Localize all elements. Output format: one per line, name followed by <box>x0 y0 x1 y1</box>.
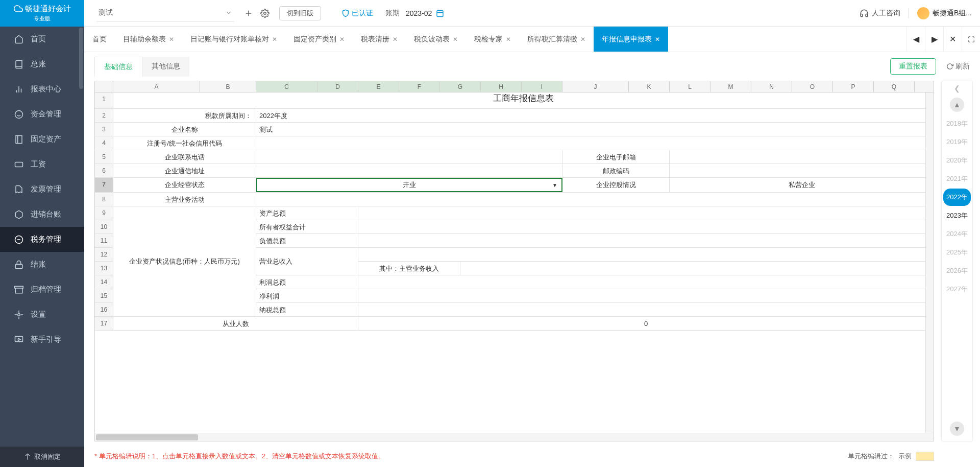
col-header[interactable]: Q <box>874 81 915 92</box>
col-header[interactable]: A <box>113 81 200 92</box>
subtab-other[interactable]: 其他信息 <box>142 57 189 77</box>
calendar-icon[interactable] <box>436 9 444 17</box>
close-icon[interactable]: ✕ <box>393 36 398 43</box>
v-scrollbar[interactable] <box>925 92 934 433</box>
row-header[interactable]: 3 <box>95 123 113 136</box>
row-header[interactable]: 7 <box>95 178 113 192</box>
cell-label[interactable]: 负债总额 <box>256 234 358 247</box>
sidebar-item-archive[interactable]: 归档管理 <box>0 277 84 302</box>
col-header[interactable]: I <box>522 81 562 92</box>
cell[interactable] <box>460 262 934 275</box>
tab-tax-register[interactable]: 税表清册✕ <box>353 27 406 52</box>
cell[interactable] <box>562 123 934 136</box>
cell-label[interactable]: 企业电子邮箱 <box>562 150 670 164</box>
consult-button[interactable]: 人工咨询 <box>860 9 900 18</box>
close-icon[interactable]: ✕ <box>339 36 345 43</box>
col-header[interactable]: H <box>481 81 522 92</box>
cell-label[interactable]: 企业控股情况 <box>562 178 670 192</box>
row-header[interactable]: 11 <box>95 234 113 248</box>
sidebar-scrollbar[interactable] <box>79 28 83 89</box>
sidebar-item-closing[interactable]: 结账 <box>0 252 84 277</box>
tab-bank-recon[interactable]: 日记账与银行对账单核对✕ <box>182 27 285 52</box>
row-header[interactable]: 4 <box>95 136 113 150</box>
cell[interactable]: 私营企业 <box>670 178 934 192</box>
reset-button[interactable]: 重置报表 <box>890 58 936 75</box>
cell[interactable] <box>358 234 934 247</box>
cell-label[interactable]: 净利润 <box>256 289 358 302</box>
sidebar-item-salary[interactable]: 工资 <box>0 152 84 177</box>
refresh-button[interactable]: 刷新 <box>946 62 970 71</box>
cell[interactable] <box>256 193 562 206</box>
asset-group-label[interactable]: 企业资产状况信息(币种：人民币万元) <box>113 206 256 317</box>
col-header[interactable]: L <box>670 81 710 92</box>
close-icon[interactable]: ✕ <box>580 36 585 43</box>
cell[interactable] <box>562 193 934 206</box>
col-header[interactable]: P <box>833 81 874 92</box>
cell-label[interactable]: 营业总收入 <box>256 248 358 275</box>
year-option[interactable]: 2026年 <box>943 262 971 279</box>
cell[interactable] <box>358 275 934 289</box>
add-button[interactable] <box>240 5 257 21</box>
year-option[interactable]: 2024年 <box>943 225 971 243</box>
tab-tax-expert[interactable]: 税检专家✕ <box>466 27 519 52</box>
row-header[interactable]: 10 <box>95 220 113 234</box>
sidebar-item-guide[interactable]: 新手引导 <box>0 327 84 352</box>
cell-label[interactable]: 从业人数 <box>113 317 358 330</box>
collapse-icon[interactable]: ❮ <box>954 84 960 92</box>
col-header[interactable]: B <box>200 81 256 92</box>
year-option[interactable]: 2020年 <box>943 152 971 169</box>
sidebar-item-invoice[interactable]: 发票管理 <box>0 177 84 202</box>
row-header[interactable]: 15 <box>95 289 113 303</box>
status-dropdown[interactable]: 开业▼ <box>256 178 562 192</box>
cell-label[interactable]: 企业联系电话 <box>113 150 256 164</box>
sidebar-item-assets[interactable]: 固定资产 <box>0 127 84 152</box>
cell[interactable]: 2022年度 <box>256 109 562 122</box>
cell-label[interactable]: 企业名称 <box>113 123 256 136</box>
col-header[interactable]: N <box>751 81 792 92</box>
tab-income-tax[interactable]: 所得税汇算清缴✕ <box>519 27 594 52</box>
settings-button[interactable] <box>257 5 273 21</box>
row-header[interactable]: 8 <box>95 193 113 206</box>
col-header[interactable]: E <box>358 81 399 92</box>
tab-tax-fluctuation[interactable]: 税负波动表✕ <box>406 27 466 52</box>
cell-label[interactable]: 税款所属期间： <box>113 109 256 122</box>
cell[interactable] <box>358 248 934 262</box>
sidebar-item-funds[interactable]: 资金管理 <box>0 102 84 127</box>
cell[interactable]: 0 <box>358 317 934 330</box>
cell[interactable] <box>670 150 934 164</box>
close-icon[interactable]: ✕ <box>655 36 660 43</box>
period-value[interactable]: 2023-02 <box>406 9 432 17</box>
row-header[interactable]: 12 <box>95 248 113 262</box>
year-option[interactable]: 2018年 <box>943 115 971 132</box>
row-header[interactable]: 14 <box>95 275 113 289</box>
tabs-close-all[interactable]: ✕ <box>943 27 962 52</box>
col-header[interactable]: O <box>792 81 833 92</box>
col-header[interactable]: G <box>440 81 481 92</box>
cell[interactable] <box>562 136 934 150</box>
tab-asset-category[interactable]: 固定资产类别✕ <box>285 27 353 52</box>
tab-annual-report[interactable]: 年报信息申报表✕ <box>594 27 668 52</box>
h-scrollbar[interactable] <box>95 433 934 441</box>
year-up[interactable]: ▲ <box>950 98 964 112</box>
user-menu[interactable]: 畅捷通B组... <box>917 7 972 19</box>
year-option[interactable]: 2023年 <box>943 207 971 224</box>
close-icon[interactable]: ✕ <box>453 36 458 43</box>
fullscreen-button[interactable] <box>962 27 980 52</box>
year-down[interactable]: ▼ <box>950 422 964 436</box>
tabs-prev[interactable]: ◀ <box>906 27 925 52</box>
row-header[interactable]: 16 <box>95 303 113 317</box>
col-header[interactable]: F <box>399 81 440 92</box>
row-header[interactable]: 13 <box>95 262 113 275</box>
select-all-corner[interactable] <box>95 81 113 92</box>
sidebar-item-tax[interactable]: 税务管理 <box>0 227 84 252</box>
cell[interactable] <box>358 289 934 302</box>
cell-label[interactable]: 所有者权益合计 <box>256 220 358 233</box>
close-icon[interactable]: ✕ <box>506 36 511 43</box>
close-icon[interactable]: ✕ <box>169 36 174 43</box>
col-header[interactable]: D <box>317 81 358 92</box>
company-selector[interactable]: 测试 <box>96 5 234 21</box>
cell[interactable] <box>256 150 562 164</box>
row-header[interactable]: 17 <box>95 317 113 330</box>
col-header[interactable]: C <box>256 81 317 92</box>
cell[interactable] <box>358 206 934 220</box>
